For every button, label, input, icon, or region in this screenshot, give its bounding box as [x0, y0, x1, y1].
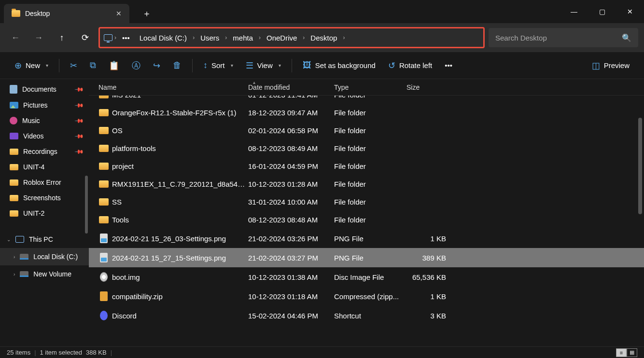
separator — [192, 59, 193, 72]
column-date[interactable]: Date modified — [248, 83, 334, 91]
view-button[interactable]: ☰ View ▾ — [241, 57, 286, 74]
sidebar-item-music[interactable]: Music📌 — [0, 113, 89, 128]
file-row[interactable]: RMX1911EX_11_C.79_220121_d8a5451810-12-2… — [89, 175, 644, 193]
file-scrollbar[interactable] — [638, 118, 642, 214]
tab-title: Desktop — [25, 10, 50, 17]
sidebar-item-recordings[interactable]: Recordings📌 — [0, 144, 89, 159]
minimize-button[interactable]: — — [560, 0, 588, 23]
close-icon[interactable]: ✕ — [116, 10, 122, 17]
preview-label: Preview — [604, 61, 630, 69]
chevron-right-icon[interactable]: › — [259, 34, 261, 41]
file-row[interactable]: Tools08-12-2023 08:48 AMFile folder — [89, 211, 644, 229]
file-row[interactable]: Discord15-02-2024 04:46 PMShortcut3 KB — [89, 306, 644, 325]
folder-icon — [99, 198, 109, 206]
chevron-right-icon[interactable]: › — [343, 34, 345, 41]
column-type[interactable]: Type — [334, 83, 406, 91]
new-button[interactable]: ⊕ New ▾ — [10, 57, 53, 74]
file-row[interactable]: 2024-02-21 15_26_03-Settings.png21-02-20… — [89, 229, 644, 248]
window-controls: — ▢ ✕ — [560, 0, 644, 23]
up-button[interactable]: ↑ — [52, 28, 71, 47]
sort-button[interactable]: ↕ Sort ▾ — [198, 57, 238, 73]
document-icon — [10, 85, 17, 94]
back-button[interactable]: ← — [6, 28, 25, 47]
folder-icon — [99, 96, 109, 98]
details-view-button[interactable]: ≡ — [616, 348, 627, 357]
sidebar-item-unit4[interactable]: UNIT-4 — [0, 159, 89, 175]
crumb-onedrive[interactable]: OneDrive — [263, 34, 301, 42]
chevron-right-icon[interactable]: › — [225, 34, 227, 41]
sidebar-item-localdisk[interactable]: ›Local Disk (C:) — [0, 248, 89, 265]
status-bar: 25 items | 1 item selected 388 KB | ≡ ▦ — [0, 346, 644, 358]
rotate-left-button[interactable]: ↺ Rotate left — [383, 57, 437, 74]
file-row[interactable]: platform-tools08-12-2023 08:49 AMFile fo… — [89, 139, 644, 157]
chevron-right-icon[interactable]: › — [193, 34, 195, 41]
share-button[interactable]: ↪ — [148, 57, 165, 74]
file-row[interactable]: MS 202101-12-2023 11:41 AMFile folder — [89, 96, 644, 104]
more-button[interactable]: ••• — [440, 58, 457, 72]
sidebar-item-roblox[interactable]: Roblox Error — [0, 175, 89, 190]
cut-button[interactable]: ✂ — [65, 57, 82, 74]
delete-button[interactable]: 🗑 — [168, 57, 186, 73]
tab-desktop[interactable]: Desktop ✕ — [4, 4, 129, 23]
maximize-button[interactable]: ▢ — [588, 0, 616, 23]
main-area: Documents📌 Pictures📌 Music📌 Videos📌 Reco… — [0, 79, 644, 346]
png-icon — [100, 253, 108, 262]
chevron-right-icon: › — [14, 254, 15, 260]
chevron-down-icon: ⌄ — [7, 237, 11, 242]
file-row[interactable]: compatibility.zip10-12-2023 01:18 AMComp… — [89, 287, 644, 306]
crumb-users[interactable]: Users — [196, 34, 223, 42]
crumb-root[interactable]: Local Disk (C:) — [136, 34, 191, 42]
file-row[interactable]: OS02-01-2024 06:58 PMFile folder — [89, 122, 644, 139]
sidebar-item-screenshots[interactable]: Screenshots — [0, 190, 89, 206]
toolbar: ⊕ New ▾ ✂ ⧉ 📋 Ⓐ ↪ 🗑 ↕ Sort ▾ ☰ View ▾ 🖼 … — [0, 52, 644, 79]
grid-view-button[interactable]: ▦ — [627, 348, 637, 357]
new-tab-button[interactable]: ＋ — [137, 4, 156, 23]
pin-icon: 📌 — [74, 131, 84, 141]
sidebar-item-documents[interactable]: Documents📌 — [0, 81, 89, 97]
sidebar-item-pictures[interactable]: Pictures📌 — [0, 97, 89, 113]
folder-icon — [10, 179, 18, 186]
refresh-button[interactable]: ⟳ — [75, 28, 95, 47]
rename-button[interactable]: Ⓐ — [127, 57, 145, 74]
breadcrumb-overflow[interactable]: ••• — [118, 34, 134, 42]
sidebar-item-unit2[interactable]: UNIT-2 — [0, 206, 89, 221]
view-switcher: ≡ ▦ — [616, 348, 637, 357]
file-row[interactable]: SS31-01-2024 10:00 AMFile folder — [89, 193, 644, 211]
file-row-selected[interactable]: 2024-02-21 15_27_15-Settings.png21-02-20… — [89, 248, 644, 267]
png-icon — [100, 234, 108, 243]
pin-icon: 📌 — [74, 147, 84, 157]
close-button[interactable]: ✕ — [616, 0, 644, 23]
nav-row: ← → ↑ ⟳ › ••• Local Disk (C:) › Users › … — [0, 23, 644, 52]
copy-button[interactable]: ⧉ — [85, 57, 101, 73]
search-input[interactable]: Search Desktop 🔍 — [489, 28, 638, 47]
search-placeholder: Search Desktop — [495, 34, 547, 42]
sort-indicator-icon: ▴ — [253, 80, 255, 85]
paste-button: 📋 — [104, 57, 124, 74]
column-name[interactable]: Name — [98, 83, 248, 91]
separator: | — [111, 349, 112, 356]
file-row[interactable]: boot.img10-12-2023 01:38 AMDisc Image Fi… — [89, 267, 644, 287]
chevron-right-icon[interactable]: › — [114, 34, 116, 41]
sidebar-item-videos[interactable]: Videos📌 — [0, 128, 89, 144]
set-background-button[interactable]: 🖼 Set as background — [298, 57, 380, 73]
column-headers: ▴ Name Date modified Type Size — [89, 79, 644, 96]
status-size: 388 KB — [86, 349, 107, 356]
separator: | — [34, 349, 36, 356]
view-label: View — [257, 61, 273, 69]
crumb-desktop[interactable]: Desktop — [307, 34, 341, 42]
crumb-user[interactable]: mehta — [229, 34, 257, 42]
forward-button[interactable]: → — [29, 28, 48, 47]
view-icon: ☰ — [246, 60, 253, 71]
sidebar-scrollbar[interactable] — [85, 176, 88, 234]
titlebar: Desktop ✕ ＋ — ▢ ✕ — [0, 0, 644, 23]
chevron-right-icon[interactable]: › — [303, 34, 305, 41]
pc-icon — [15, 236, 24, 243]
sidebar-item-thispc[interactable]: ⌄This PC — [0, 231, 89, 248]
pin-icon: 📌 — [74, 100, 84, 110]
sidebar-item-newvolume[interactable]: ›New Volume — [0, 265, 89, 283]
breadcrumb[interactable]: › ••• Local Disk (C:) › Users › mehta › … — [98, 27, 485, 48]
preview-button[interactable]: ◫ Preview — [587, 57, 634, 74]
column-size[interactable]: Size — [406, 83, 450, 91]
file-row[interactable]: project16-01-2024 04:59 PMFile folder — [89, 157, 644, 175]
file-row[interactable]: OrangeFox-R12.1-Stable-F2FS-r5x (1)18-12… — [89, 104, 644, 122]
